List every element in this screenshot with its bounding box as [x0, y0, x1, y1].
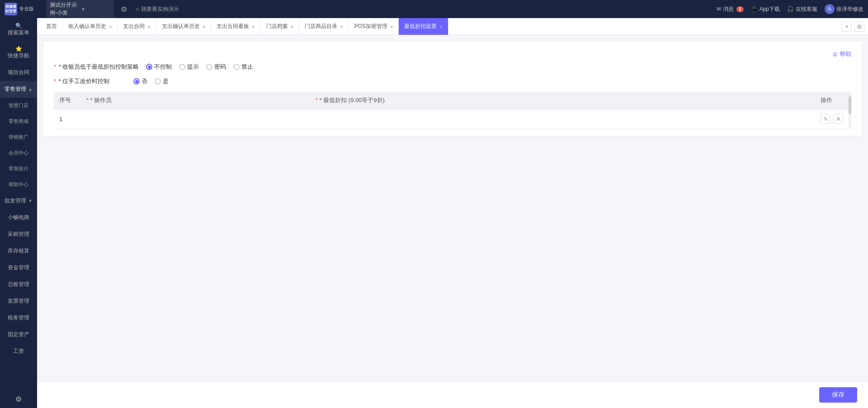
sidebar-item-stats[interactable]: 零售统计 — [0, 161, 37, 177]
sidebar-item-purchase[interactable]: 采购管理 — [0, 226, 37, 243]
tab-store-files-close[interactable]: × — [291, 24, 293, 29]
app-download-label: App下载 — [760, 5, 780, 13]
tab-pos-password-close[interactable]: × — [390, 24, 393, 29]
sidebar-item-payroll-label: 工资 — [2, 347, 35, 355]
sidebar-item-ecommerce[interactable]: 小畅电商 — [0, 209, 37, 226]
sidebar-item-inventory[interactable]: 库存核算 — [0, 243, 37, 259]
sidebar-item-member[interactable]: 会员中心 — [0, 145, 37, 161]
radio-yes-label: 是 — [163, 77, 169, 85]
sidebar-item-smartstore[interactable]: 智慧门店 — [0, 98, 37, 113]
cell-discount — [310, 109, 815, 129]
sidebar-item-purchase-label: 采购管理 — [2, 230, 35, 238]
radio-yes[interactable]: 是 — [155, 77, 169, 85]
sidebar-settings-button[interactable]: ⚙ — [0, 390, 37, 408]
radio-password-input[interactable] — [206, 64, 212, 70]
search-icon: 🔍 — [15, 23, 22, 29]
sidebar-item-wholesale[interactable]: 批发管理 ▼ — [0, 192, 37, 209]
radio-forbid-input[interactable] — [233, 64, 240, 70]
tab-home[interactable]: 首页 — [41, 18, 63, 35]
sidebar-item-member-label: 会员中心 — [2, 150, 35, 156]
tab-bar: 首页 收入确认单历史 × 支出合同 × 支出确认单历史 × 支出合同看板 × 门… — [37, 18, 868, 35]
field2-radio-group: 否 是 — [133, 77, 169, 85]
tab-expenditure-contract-close[interactable]: × — [147, 24, 150, 29]
tab-income-history[interactable]: 收入确认单历史 × — [63, 18, 118, 35]
settings-card: ② 帮助 * * 收银员低于最低折扣控制策略 — [42, 41, 863, 136]
sidebar-item-contract[interactable]: 项目合同 — [0, 64, 37, 81]
radio-forbid[interactable]: 禁止 — [233, 63, 253, 71]
tab-min-discount-close[interactable]: × — [439, 24, 442, 29]
radio-yes-input[interactable] — [155, 78, 161, 84]
radio-no-control-input[interactable] — [146, 64, 152, 70]
radio-forbid-label: 禁止 — [241, 63, 253, 71]
sidebar-item-invoice[interactable]: 发票管理 — [0, 293, 37, 310]
logo-text: 专业版 — [19, 6, 34, 12]
download-icon: 📱 — [751, 6, 758, 12]
edit-row-button[interactable]: ✎ — [821, 114, 830, 124]
sidebar-item-assets-label: 固定资产 — [2, 331, 35, 338]
sidebar-item-emall[interactable]: 零售商城 — [0, 113, 37, 129]
radio-password[interactable]: 密码 — [206, 63, 226, 71]
col-operator-required: * — [86, 97, 89, 103]
sidebar-item-retail-label: 零售管理 — [5, 85, 26, 93]
field2-label-text: * 仅手工改价时控制 — [59, 78, 110, 84]
wholesale-arrow-icon: ▼ — [28, 198, 33, 203]
sidebar-item-help-label: 帮助中心 — [2, 181, 35, 188]
help-link[interactable]: ② 帮助 — [832, 50, 851, 58]
save-button[interactable]: 保存 — [819, 387, 857, 403]
tab-expenditure-history[interactable]: 支出确认单历史 × — [156, 18, 211, 35]
tab-expenditure-board[interactable]: 支出合同看板 × — [211, 18, 260, 35]
sidebar-item-search[interactable]: 🔍 搜索菜单 — [0, 18, 37, 41]
expand-tab-button[interactable]: ⊞ — [854, 22, 864, 32]
sidebar-item-marketing[interactable]: 营销推广 — [0, 129, 37, 145]
discount-table: 序号 * * 操作员 * * 最低折扣 (9.00等于9折) — [54, 92, 851, 129]
tab-store-catalog-close[interactable]: × — [340, 24, 343, 29]
radio-no-input[interactable] — [133, 78, 140, 84]
radio-prompt-label: 提示 — [187, 63, 199, 71]
sidebar-item-assets[interactable]: 固定资产 — [0, 326, 37, 343]
radio-prompt-input[interactable] — [179, 64, 185, 70]
radio-prompt[interactable]: 提示 — [179, 63, 199, 71]
project-selector[interactable]: 测试分开示例-小发 ▼ — [46, 0, 114, 18]
messages-label: 消息 — [723, 5, 734, 13]
tab-store-catalog-label: 门店商品目录 — [305, 23, 337, 30]
radio-no[interactable]: 否 — [133, 77, 147, 85]
tab-min-discount[interactable]: 最低折扣设置 × — [399, 18, 448, 35]
close-tab-button[interactable]: × — [842, 22, 852, 32]
page-content: ② 帮助 * * 收银员低于最低折扣控制策略 — [37, 35, 868, 381]
sidebar-item-ledger[interactable]: 总账管理 — [0, 276, 37, 293]
user-menu[interactable]: 头 徐泽华修改 — [825, 4, 863, 14]
tab-expenditure-board-close[interactable]: × — [252, 24, 255, 29]
sidebar-item-quicknav[interactable]: ⭐ 快捷导航 — [0, 41, 37, 64]
tab-pos-password[interactable]: POS加密管理 × — [349, 18, 399, 35]
delete-row-button[interactable]: ✕ — [833, 114, 843, 124]
sidebar-item-payroll[interactable]: 工资 — [0, 343, 37, 360]
sidebar-item-tax[interactable]: 税务管理 — [0, 310, 37, 326]
tab-store-catalog[interactable]: 门店商品目录 × — [299, 18, 349, 35]
online-service-button[interactable]: 🎧 在线客服 — [787, 5, 817, 13]
col-header-seq: 序号 — [54, 92, 81, 109]
sidebar: 🔍 搜索菜单 ⭐ 快捷导航 项目合同 零售管理 ▲ 智慧门店 零售商城 营销推广… — [0, 18, 37, 408]
demo-link[interactable]: 我要看实例演示 — [136, 5, 179, 13]
settings-icon[interactable]: ⚙ — [118, 3, 130, 15]
topbar: 帅德通好业管 专业版 测试分开示例-小发 ▼ ⚙ 我要看实例演示 ✉ 消息 8 … — [0, 0, 868, 18]
sidebar-item-search-label: 搜索菜单 — [2, 29, 35, 37]
table-scrollbar-track — [849, 92, 851, 129]
sidebar-item-help[interactable]: 帮助中心 — [0, 177, 37, 192]
cell-operator — [81, 109, 310, 129]
messages-button[interactable]: ✉ 消息 8 — [717, 5, 744, 13]
help-link-text: 帮助 — [840, 50, 851, 58]
sidebar-item-retail[interactable]: 零售管理 ▲ — [0, 81, 37, 98]
tab-expenditure-history-close[interactable]: × — [203, 24, 205, 29]
tab-income-history-close[interactable]: × — [109, 24, 112, 29]
col-discount-required: * — [316, 97, 318, 103]
project-name: 测试分开示例-小发 — [50, 1, 79, 17]
help-icon: ② — [832, 51, 838, 58]
field2-required-mark: * — [54, 78, 56, 84]
app-download-button[interactable]: 📱 App下载 — [751, 5, 780, 13]
radio-no-control[interactable]: 不控制 — [146, 63, 172, 71]
tab-store-files[interactable]: 门店档案 × — [261, 18, 299, 35]
col-header-operator: * * 操作员 — [81, 92, 310, 109]
demo-link-text: 我要看实例演示 — [141, 5, 179, 13]
sidebar-item-finance[interactable]: 资金管理 — [0, 259, 37, 276]
tab-expenditure-contract[interactable]: 支出合同 × — [118, 18, 156, 35]
